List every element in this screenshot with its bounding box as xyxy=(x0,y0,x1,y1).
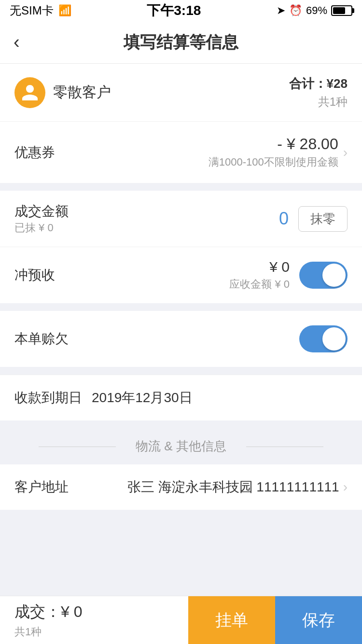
prereceive-label: 冲预收 xyxy=(14,266,55,284)
wifi-icon: 📶 xyxy=(58,4,71,17)
logistics-divider: 物流 & 其他信息 xyxy=(0,428,362,464)
prereceive-amounts: ¥ 0 应收金额 ¥ 0 xyxy=(229,259,290,292)
transaction-label: 成交金额 xyxy=(14,202,69,221)
bottom-bar: 成交：¥ 0 共1种 挂单 保存 xyxy=(0,596,362,644)
bottom-summary: 成交：¥ 0 共1种 xyxy=(0,602,188,639)
battery-percent: 69% xyxy=(306,4,327,17)
coupon-right: - ¥ 28.00 满1000-100不限制使用金额 › xyxy=(209,135,348,169)
address-right: 张三 海淀永丰科技园 11111111111 › xyxy=(127,478,348,496)
toggle-knob xyxy=(322,264,346,287)
transaction-amount: 0 xyxy=(279,209,289,229)
status-time: 下午3:18 xyxy=(147,1,201,20)
address-value: 张三 海淀永丰科技园 11111111111 xyxy=(127,478,339,496)
bottom-count: 共1种 xyxy=(14,625,174,639)
page-title: 填写结算等信息 xyxy=(124,31,238,54)
location-icon: ➤ xyxy=(277,4,285,17)
already-rounded: 已抹 ¥ 0 xyxy=(14,221,69,235)
chevron-right-icon: › xyxy=(343,145,348,160)
due-date-row: 收款到期日 2019年12月30日 xyxy=(0,375,362,420)
debt-toggle-knob xyxy=(322,327,346,350)
debt-toggle[interactable] xyxy=(299,325,348,352)
due-date-value: 2019年12月30日 xyxy=(92,389,193,407)
prereceive-toggle[interactable] xyxy=(299,262,348,289)
back-button[interactable]: ‹ xyxy=(14,32,20,53)
prereceive-right: ¥ 0 应收金额 ¥ 0 xyxy=(229,259,348,292)
due-date-section: 收款到期日 2019年12月30日 xyxy=(0,375,362,420)
battery-icon xyxy=(331,5,352,16)
bottom-transaction-amount: 成交：¥ 0 xyxy=(14,602,174,623)
address-row[interactable]: 客户地址 张三 海淀永丰科技园 11111111111 › xyxy=(0,464,362,510)
coupon-info: - ¥ 28.00 满1000-100不限制使用金额 xyxy=(209,135,338,169)
transaction-label-group: 成交金额 已抹 ¥ 0 xyxy=(14,202,69,235)
back-icon: ‹ xyxy=(14,32,20,52)
logistics-label: 物流 & 其他信息 xyxy=(0,438,362,455)
debt-section: 本单赊欠 xyxy=(0,311,362,367)
coupon-label: 优惠券 xyxy=(14,143,55,162)
total-amount: 合计：¥28 xyxy=(289,75,348,92)
transaction-section: 成交金额 已抹 ¥ 0 0 抹零 冲预收 ¥ 0 应收金额 ¥ 0 xyxy=(0,191,362,303)
customer-right: 合计：¥28 共1种 xyxy=(289,75,348,110)
nav-bar: ‹ 填写结算等信息 xyxy=(0,21,362,64)
due-date-label: 收款到期日 xyxy=(14,389,82,407)
prereceive-row: 冲预收 ¥ 0 应收金额 ¥ 0 xyxy=(0,247,362,303)
customer-left: 零散客户 xyxy=(14,77,111,108)
carrier-label: 无SIM卡 xyxy=(10,3,54,18)
prereceive-sub-amount: 应收金额 ¥ 0 xyxy=(229,277,290,292)
customer-row: 零散客户 合计：¥28 共1种 xyxy=(0,64,362,121)
status-bar: 无SIM卡 📶 下午3:18 ➤ ⏰ 69% xyxy=(0,0,362,21)
round-off-button[interactable]: 抹零 xyxy=(298,206,348,232)
customer-section: 零散客户 合计：¥28 共1种 优惠券 - ¥ 28.00 满1000-100不… xyxy=(0,64,362,183)
address-chevron-icon: › xyxy=(343,479,348,495)
coupon-desc: 满1000-100不限制使用金额 xyxy=(209,155,338,169)
coupon-row[interactable]: 优惠券 - ¥ 28.00 满1000-100不限制使用金额 › xyxy=(0,121,362,183)
transaction-right: 0 抹零 xyxy=(279,206,348,232)
coupon-amount: - ¥ 28.00 xyxy=(209,135,338,153)
alarm-icon: ⏰ xyxy=(289,4,302,17)
prereceive-main-amount: ¥ 0 xyxy=(229,259,290,275)
status-left: 无SIM卡 📶 xyxy=(10,3,71,18)
user-icon xyxy=(20,83,40,102)
customer-name: 零散客户 xyxy=(53,83,111,102)
address-section: 客户地址 张三 海淀永丰科技园 11111111111 › xyxy=(0,464,362,510)
transaction-row: 成交金额 已抹 ¥ 0 0 抹零 xyxy=(0,191,362,247)
avatar xyxy=(14,77,45,108)
hold-button[interactable]: 挂单 xyxy=(188,596,275,644)
debt-label: 本单赊欠 xyxy=(14,330,69,348)
total-count: 共1种 xyxy=(289,94,348,110)
address-label: 客户地址 xyxy=(14,478,69,496)
status-right: ➤ ⏰ 69% xyxy=(277,4,352,17)
save-button[interactable]: 保存 xyxy=(275,596,362,644)
